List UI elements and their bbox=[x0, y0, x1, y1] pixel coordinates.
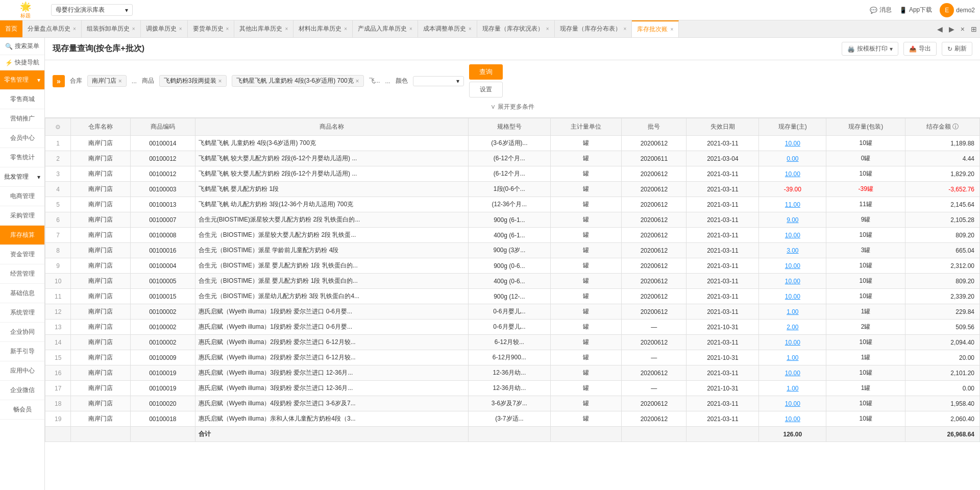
row-stock-main[interactable]: 10.00 bbox=[759, 335, 826, 350]
sidebar-item-wholesale[interactable]: 批发管理 ▾ bbox=[0, 167, 44, 187]
product-more-dots[interactable]: ... bbox=[385, 78, 390, 85]
tab-close-icon[interactable]: × bbox=[179, 26, 182, 32]
sidebar-quick-nav[interactable]: ⚡ 快捷导航 bbox=[0, 55, 44, 70]
user-area[interactable]: E demo2 bbox=[940, 3, 975, 17]
tab-prev-btn[interactable]: ◀ bbox=[934, 25, 946, 33]
tab-chan-cheng[interactable]: 产成品入库单历史 × bbox=[353, 20, 418, 38]
sidebar-item-inventory[interactable]: 库存核算 bbox=[0, 226, 44, 245]
tab-xian-cun-fen[interactable]: 现存量（库存分布表） × bbox=[555, 20, 632, 38]
row-stock-main[interactable]: 10.00 bbox=[759, 166, 826, 182]
row-stock-main[interactable]: 0.00 bbox=[759, 151, 826, 166]
sidebar-item-new-guide[interactable]: 新手引导 bbox=[0, 342, 44, 361]
tab-close-icon[interactable]: × bbox=[624, 26, 627, 32]
tab-close-icon[interactable]: × bbox=[73, 26, 76, 32]
row-stock-main[interactable]: 3.00 bbox=[759, 243, 826, 258]
tab-close-all-btn[interactable]: × bbox=[958, 25, 968, 33]
tab-cai-liao[interactable]: 材料出库单历史 × bbox=[293, 20, 353, 38]
row-stock-pkg: 3罐 bbox=[826, 243, 905, 258]
row-name: 惠氏启赋（Wyeth illuma）3段奶粉 爱尔兰进口 12-36月... bbox=[195, 365, 468, 381]
tab-close-icon[interactable]: × bbox=[409, 26, 412, 32]
app-download-btn[interactable]: 📱 App下载 bbox=[899, 6, 932, 14]
tab-close-icon[interactable]: × bbox=[226, 26, 229, 32]
tab-zu-chai[interactable]: 组装拆卸单历史 × bbox=[82, 20, 141, 38]
row-code: 00100007 bbox=[130, 212, 195, 228]
sidebar-item-purchase[interactable]: 采购管理 bbox=[0, 206, 44, 226]
row-stock-main[interactable]: 10.00 bbox=[759, 396, 826, 411]
sidebar-item-member[interactable]: 会员中心 bbox=[0, 129, 44, 148]
tab-close-icon[interactable]: × bbox=[469, 26, 472, 32]
footer-label: 合计 bbox=[195, 427, 468, 442]
row-stock-main[interactable]: 10.00 bbox=[759, 258, 826, 274]
product-tag-2-close[interactable]: × bbox=[356, 78, 359, 85]
tab-menu-btn[interactable]: ⊞ bbox=[968, 25, 980, 33]
message-btn[interactable]: 💬 消息 bbox=[870, 6, 892, 14]
sidebar-item-retail-mgmt[interactable]: 零售管理 ▾ bbox=[0, 70, 44, 90]
row-stock-main[interactable]: 9.00 bbox=[759, 212, 826, 228]
row-stock-main[interactable]: 1.00 bbox=[759, 381, 826, 396]
sidebar-item-finance[interactable]: 资金管理 bbox=[0, 245, 44, 264]
sidebar-item-enterprise-wechat[interactable]: 企业微信 bbox=[0, 381, 44, 400]
tab-close-icon[interactable]: × bbox=[285, 26, 288, 32]
color-dropdown[interactable]: ▾ bbox=[413, 76, 464, 86]
sidebar-search[interactable]: 🔍 搜索菜单 bbox=[0, 38, 44, 55]
sidebar-item-ecommerce[interactable]: 电商管理 bbox=[0, 187, 44, 206]
tab-cheng-ben[interactable]: 成本调整单历史 × bbox=[418, 20, 477, 38]
row-amount: 809.20 bbox=[905, 228, 980, 243]
warehouse-tag-close[interactable]: × bbox=[118, 78, 122, 85]
row-stock-main[interactable]: 10.00 bbox=[759, 365, 826, 381]
industry-select[interactable]: 母婴行业演示库表 ▾ bbox=[51, 4, 133, 16]
tab-ku-cun-pi[interactable]: 库存批次账 × bbox=[632, 20, 679, 38]
settings-button[interactable]: 设置 bbox=[469, 82, 503, 97]
settings-icon[interactable]: ⚙ bbox=[55, 124, 61, 131]
row-stock-main[interactable]: 10.00 bbox=[759, 274, 826, 289]
row-stock-main[interactable]: -39.00 bbox=[759, 182, 826, 197]
expand-more-button[interactable]: ∨ 展开更多条件 bbox=[53, 101, 972, 113]
tab-home[interactable]: 首页 bbox=[0, 20, 22, 38]
tab-close-icon[interactable]: × bbox=[344, 26, 347, 32]
sidebar-item-app-center[interactable]: 应用中心 bbox=[0, 361, 44, 381]
row-stock-main[interactable]: 10.00 bbox=[759, 411, 826, 427]
tab-close-icon[interactable]: × bbox=[670, 27, 673, 32]
row-stock-main[interactable]: 10.00 bbox=[759, 228, 826, 243]
row-stock-main[interactable]: 1.00 bbox=[759, 304, 826, 320]
tab-close-icon[interactable]: × bbox=[546, 26, 549, 32]
query-button[interactable]: 查询 bbox=[469, 64, 503, 80]
sidebar-item-system[interactable]: 系统管理 bbox=[0, 303, 44, 323]
col-settings[interactable]: ⚙ bbox=[45, 118, 71, 136]
sidebar: 🔍 搜索菜单 ⚡ 快捷导航 零售管理 ▾ 零售商城 营销推广 会员中心 零售统计… bbox=[0, 38, 45, 490]
row-stock-main[interactable]: 10.00 bbox=[759, 289, 826, 304]
filter-expand-button[interactable]: » bbox=[53, 75, 65, 87]
row-num: 14 bbox=[45, 335, 71, 350]
tab-fen-pan[interactable]: 分量盘点单历史 × bbox=[22, 20, 82, 38]
tab-next-btn[interactable]: ▶ bbox=[946, 25, 958, 33]
tab-qi-ta[interactable]: 其他出库单历史 × bbox=[234, 20, 293, 38]
row-stock-pkg: 10罐 bbox=[826, 289, 905, 304]
warehouse-more[interactable]: ... bbox=[132, 78, 137, 85]
row-unit: 罐 bbox=[550, 274, 621, 289]
export-button[interactable]: 📤 导出 bbox=[903, 42, 937, 56]
row-batch: 20200612 bbox=[622, 197, 687, 212]
sidebar-item-retail-stats[interactable]: 零售统计 bbox=[0, 148, 44, 167]
product-tag-1-close[interactable]: × bbox=[218, 78, 222, 85]
tab-close-icon[interactable]: × bbox=[132, 26, 135, 32]
sidebar-item-enterprise[interactable]: 企业协同 bbox=[0, 323, 44, 342]
row-unit: 罐 bbox=[550, 289, 621, 304]
sidebar-item-basic-info[interactable]: 基础信息 bbox=[0, 284, 44, 303]
row-stock-main[interactable]: 1.00 bbox=[759, 350, 826, 365]
sidebar-item-retail-store[interactable]: 零售商城 bbox=[0, 90, 44, 109]
footer-empty bbox=[468, 427, 550, 442]
tab-tiao-bo[interactable]: 调拨单历史 × bbox=[141, 20, 188, 38]
row-stock-main[interactable]: 11.00 bbox=[759, 197, 826, 212]
tab-xian-cun-zhuang[interactable]: 现存量（库存状况表） × bbox=[477, 20, 555, 38]
sidebar-item-operations[interactable]: 经营管理 bbox=[0, 264, 44, 284]
tab-yao-huo[interactable]: 要货单历史 × bbox=[188, 20, 235, 38]
print-button[interactable]: 🖨️ 按模板打印 ▾ bbox=[842, 42, 898, 56]
row-stock-main[interactable]: 2.00 bbox=[759, 320, 826, 335]
sidebar-item-vip-member[interactable]: 畅会员 bbox=[0, 400, 44, 420]
row-stock-main[interactable]: 10.00 bbox=[759, 136, 826, 151]
refresh-button[interactable]: ↻ 刷新 bbox=[942, 42, 972, 56]
row-warehouse: 南岸门店 bbox=[71, 396, 131, 411]
sidebar-item-marketing[interactable]: 营销推广 bbox=[0, 109, 44, 129]
row-spec: (3-6岁适用)... bbox=[468, 136, 550, 151]
product-more[interactable]: 飞... bbox=[369, 77, 380, 85]
